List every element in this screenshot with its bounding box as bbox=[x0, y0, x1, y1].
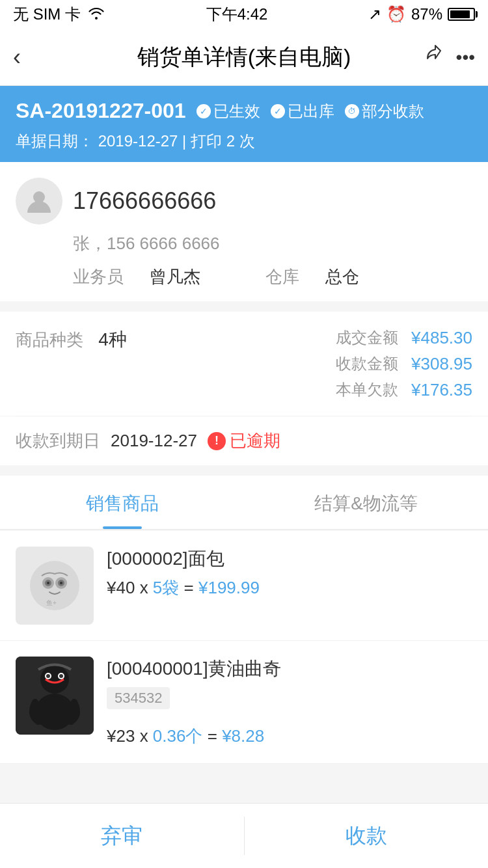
overdue-icon: ! bbox=[208, 432, 226, 450]
product-types-count: 4种 bbox=[98, 329, 127, 349]
collect-payment-button[interactable]: 收款 bbox=[245, 804, 489, 868]
product-types-label: 商品种类 bbox=[16, 330, 83, 349]
product-list: 鱼+ [0000002]面包 ¥40 x 5袋 = ¥199.99 bbox=[0, 531, 488, 764]
order-id-row: SA-20191227-001 ✓ 已生效 ✓ 已出库 ⏱ 部分收款 bbox=[16, 99, 472, 123]
unit-price-2: ¥23 bbox=[107, 726, 135, 746]
check-icon-1: ✓ bbox=[197, 104, 211, 118]
salesperson-value: 曾凡杰 bbox=[150, 265, 200, 288]
clock-icon: ⏱ bbox=[345, 104, 359, 118]
nav-bar: ‹ 销货单详情(来自电脑) ••• bbox=[0, 29, 488, 86]
badge-shipped: ✓ 已出库 bbox=[271, 101, 334, 122]
product-title-1: 面包 bbox=[188, 549, 224, 569]
owing-amount-label: 本单欠款 bbox=[336, 379, 398, 400]
transaction-amount-value: ¥485.30 bbox=[411, 328, 472, 348]
svg-point-10 bbox=[40, 665, 69, 694]
transaction-amount-label: 成交金额 bbox=[336, 327, 398, 348]
unit-price-1: ¥40 bbox=[107, 578, 135, 597]
badge-effective: ✓ 已生效 bbox=[197, 101, 260, 122]
product-name-2: [000400001]黄油曲奇 bbox=[107, 657, 472, 681]
print-separator: | 打印 bbox=[182, 132, 226, 150]
customer-name: 张，156 6666 6666 bbox=[16, 232, 472, 255]
badge-shipped-label: 已出库 bbox=[288, 101, 334, 122]
svg-point-14 bbox=[46, 674, 50, 678]
svg-point-7 bbox=[60, 582, 62, 584]
svg-point-15 bbox=[59, 674, 63, 678]
cancel-review-button[interactable]: 弃审 bbox=[0, 804, 244, 868]
product-thumb-2 bbox=[16, 657, 94, 735]
received-amount-value: ¥308.95 bbox=[411, 354, 472, 374]
order-date-row: 单据日期： 2019-12-27 | 打印 2 次 bbox=[16, 131, 472, 152]
due-section: 收款到期日 2019-12-27 ! 已逾期 bbox=[0, 416, 488, 465]
status-time: 下午4:42 bbox=[206, 4, 268, 25]
badge-effective-label: 已生效 bbox=[213, 101, 260, 122]
overdue-badge: ! 已逾期 bbox=[208, 429, 280, 452]
equals-1: = bbox=[184, 578, 198, 597]
multiply-sign-2: x bbox=[140, 726, 153, 746]
back-arrow[interactable]: ‹ bbox=[13, 44, 21, 71]
order-date: 2019-12-27 bbox=[98, 132, 178, 150]
quantity-1: 5袋 bbox=[153, 578, 179, 597]
tabs-bar: 销售商品 结算&物流等 bbox=[0, 476, 488, 530]
product-title-2: 黄油曲奇 bbox=[208, 658, 281, 679]
customer-row: 17666666666 bbox=[16, 178, 472, 224]
battery-percent: 87% bbox=[411, 5, 442, 23]
print-unit: 次 bbox=[239, 132, 255, 150]
total-price-2: ¥8.28 bbox=[222, 726, 264, 746]
owing-amount-row: 本单欠款 ¥176.35 bbox=[336, 379, 472, 400]
order-id: SA-20191227-001 bbox=[16, 99, 186, 123]
customer-phone: 17666666666 bbox=[73, 187, 216, 215]
badge-partial-label: 部分收款 bbox=[362, 101, 424, 122]
carrier-label: 无 SIM 卡 bbox=[13, 4, 81, 25]
product-thumb-1: 鱼+ bbox=[16, 547, 94, 625]
customer-section: 17666666666 张，156 6666 6666 业务员 曾凡杰 仓库 总… bbox=[0, 162, 488, 301]
product-name-1: [0000002]面包 bbox=[107, 547, 472, 571]
more-icon[interactable]: ••• bbox=[456, 47, 475, 68]
bottom-bar: 弃审 收款 bbox=[0, 803, 488, 868]
product-info-1: [0000002]面包 ¥40 x 5袋 = ¥199.99 bbox=[107, 547, 472, 599]
product-price-2: ¥23 x 0.36个 = ¥8.28 bbox=[107, 725, 472, 748]
product-info-2: [000400001]黄油曲奇 534532 ¥23 x 0.36个 = ¥8.… bbox=[107, 657, 472, 748]
tab-settlement[interactable]: 结算&物流等 bbox=[244, 476, 488, 529]
product-item-1: 鱼+ [0000002]面包 ¥40 x 5袋 = ¥199.99 bbox=[0, 531, 488, 641]
nav-title: 销货单详情(来自电脑) bbox=[65, 42, 423, 72]
received-amount-row: 收款金额 ¥308.95 bbox=[336, 353, 472, 374]
wifi-icon bbox=[87, 5, 105, 23]
status-right: ↗ ⏰ 87% bbox=[368, 5, 475, 23]
check-icon-2: ✓ bbox=[271, 104, 285, 118]
section-divider-1 bbox=[0, 301, 488, 312]
status-bar: 无 SIM 卡 下午4:42 ↗ ⏰ 87% bbox=[0, 0, 488, 29]
transaction-amount-row: 成交金额 ¥485.30 bbox=[336, 327, 472, 348]
status-left: 无 SIM 卡 bbox=[13, 4, 105, 25]
order-header: SA-20191227-001 ✓ 已生效 ✓ 已出库 ⏱ 部分收款 单据日期：… bbox=[0, 86, 488, 162]
location-icon: ↗ bbox=[368, 5, 381, 23]
warehouse-value: 总仓 bbox=[325, 265, 359, 288]
section-divider-2 bbox=[0, 465, 488, 476]
summary-left: 商品种类 4种 bbox=[16, 327, 127, 352]
svg-point-6 bbox=[47, 582, 49, 584]
total-price-1: ¥199.99 bbox=[198, 578, 260, 597]
owing-amount-value: ¥176.35 bbox=[411, 380, 472, 400]
product-code-1: [0000002] bbox=[107, 549, 188, 569]
tab-sales-products[interactable]: 销售商品 bbox=[0, 476, 244, 529]
product-sku-2: 534532 bbox=[107, 687, 170, 709]
avatar bbox=[16, 178, 62, 224]
nav-actions: ••• bbox=[423, 44, 475, 70]
svg-point-11 bbox=[35, 694, 74, 730]
alarm-icon: ⏰ bbox=[386, 5, 406, 23]
customer-meta: 业务员 曾凡杰 仓库 总仓 bbox=[16, 265, 472, 288]
summary-right: 成交金额 ¥485.30 收款金额 ¥308.95 本单欠款 ¥176.35 bbox=[336, 327, 472, 400]
badge-partial: ⏱ 部分收款 bbox=[345, 101, 424, 122]
equals-2: = bbox=[208, 726, 222, 746]
share-icon[interactable] bbox=[425, 44, 446, 70]
quantity-2: 0.36个 bbox=[153, 726, 203, 746]
battery-icon bbox=[448, 8, 475, 21]
product-code-2: [000400001] bbox=[107, 658, 208, 679]
overdue-text: 已逾期 bbox=[230, 429, 280, 452]
warehouse-label: 仓库 bbox=[265, 265, 299, 288]
multiply-sign-1: x bbox=[140, 578, 153, 597]
nav-back[interactable]: ‹ bbox=[13, 44, 65, 71]
summary-section: 商品种类 4种 成交金额 ¥485.30 收款金额 ¥308.95 本单欠款 ¥… bbox=[0, 312, 488, 416]
date-label: 单据日期： bbox=[16, 132, 94, 150]
product-price-1: ¥40 x 5袋 = ¥199.99 bbox=[107, 576, 472, 599]
salesperson-label: 业务员 bbox=[73, 265, 124, 288]
